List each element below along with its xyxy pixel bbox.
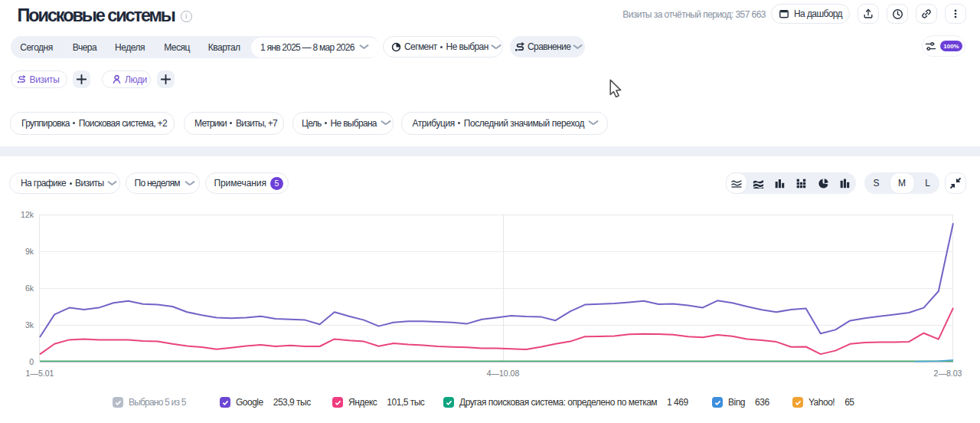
svg-text:9k: 9k [25,247,34,256]
svg-text:3k: 3k [25,320,34,330]
svg-text:6k: 6k [25,284,34,293]
svg-text:12k: 12k [21,210,34,219]
svg-text:1—5.01: 1—5.01 [26,369,54,378]
svg-text:2—8.03: 2—8.03 [934,369,962,378]
svg-text:0: 0 [29,357,34,366]
svg-text:4—10.08: 4—10.08 [487,369,520,378]
